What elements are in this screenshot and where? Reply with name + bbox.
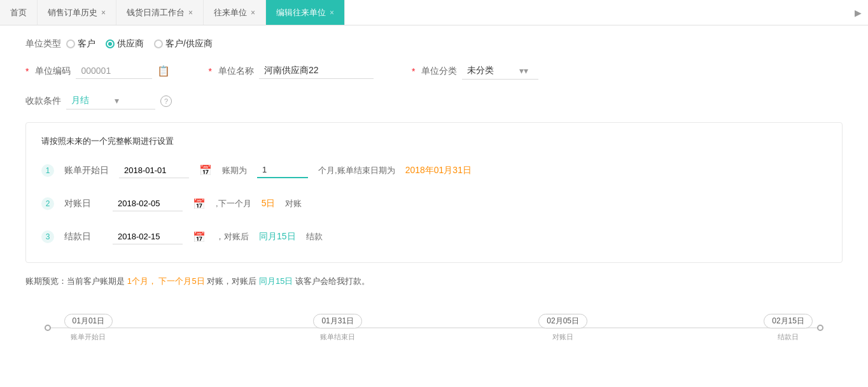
period-prefix: 账期为 [222,165,247,176]
timeline-node-3: 02月05日 对账日 [538,302,587,353]
unit-type-group: 单位类型 客户 供应商 客户/供应商 [25,38,213,50]
settings-section: 请按照未来的一个完整帐期进行设置 1 账单开始日 📅 账期为 个月,账单结束日期… [25,122,843,263]
chevron-down-icon: ▾ [115,95,119,106]
chevron-down-icon: ▾ [519,66,528,76]
row-item-2: 2 对账日 📅 ,下一个月5日 对账 [41,196,827,211]
row-item-1: 1 账单开始日 📅 账期为 个月,账单结束日期为 2018年01月31日 [41,162,827,178]
reconcile-date-input[interactable] [113,196,183,211]
section-title: 请按照未来的一个完整帐期进行设置 [41,136,827,147]
field-label-2: 对账日 [64,198,102,209]
payment-terms-group: 收款条件 月结 ▾ ? [25,92,172,109]
reconcile-day-highlight: 5日 [262,198,276,209]
unit-category-value: 未分类 [467,65,494,76]
timeline-node-box-3: 02月05日 [538,314,587,328]
tab-edit-partner[interactable]: 编辑往来单位 × [266,0,345,25]
payment-terms-row: 收款条件 月结 ▾ ? [25,92,843,109]
close-icon[interactable]: × [251,8,255,17]
preview-reconcile-suffix: 对账，对账后 [207,276,256,286]
radio-customer-supplier[interactable]: 客户/供应商 [154,38,213,50]
close-icon[interactable]: × [188,8,193,17]
timeline-node-1: 01月01日 账单开始日 [64,302,113,353]
row-num-1: 1 [41,164,54,177]
payment-terms-select[interactable]: 月结 ▾ [66,92,155,109]
close-icon[interactable]: × [330,8,334,17]
row-item-3: 3 结款日 📅 ，对账后同月15日 结款 [41,229,827,244]
help-icon[interactable]: ? [160,95,172,107]
timeline-label-1: 账单开始日 [71,332,106,342]
radio-circle-supplier [106,39,115,48]
tab-sales-history[interactable]: 销售订单历史 × [38,0,116,25]
calendar-icon-2[interactable]: 📅 [193,198,206,210]
radio-label-supplier: 供应商 [117,38,144,50]
preview-period: 1个月， [127,276,157,286]
required-star-name: * [208,66,211,76]
copy-icon[interactable]: 📋 [157,65,170,77]
unit-category-select[interactable]: 未分类 ▾ [462,62,538,80]
unit-name-group: * 单位名称 [208,63,373,79]
radio-supplier[interactable]: 供应商 [106,38,144,50]
reconcile-suffix: 对账 [285,198,302,209]
payment-terms-value: 月结 [71,95,89,106]
tab-bar: 首页 销售订单历史 × 钱货日清工作台 × 往来单位 × 编辑往来单位 × ▶ [0,0,868,25]
unit-type-label: 单位类型 [25,38,61,50]
preview-text: 账期预览：当前客户账期是 1个月， 下一个月5日 对账，对账后 同月15日 该客… [25,276,843,287]
timeline-label-2: 账单结束日 [320,332,355,342]
timeline-dot-right [817,325,823,331]
timeline-line [45,328,823,328]
required-star-category: * [412,66,415,76]
timeline-label-3: 对账日 [552,332,573,342]
period-input[interactable] [257,162,308,178]
radio-circle-customer [66,39,75,48]
radio-circle-customer-supplier [154,39,163,48]
radio-label-customer-supplier: 客户/供应商 [165,38,213,50]
row-num-3: 3 [41,230,54,243]
radio-group-unit-type: 客户 供应商 客户/供应商 [66,38,213,50]
calendar-icon-1[interactable]: 📅 [199,164,212,176]
unit-info-row: * 单位编码 📋 * 单位名称 * 单位分类 未分类 ▾ [25,62,843,80]
preview-label: 账期预览：当前客户账期是 [25,276,125,286]
preview-reconcile-day: 下一个月5日 [158,276,204,286]
row-num-2: 2 [41,197,54,210]
period-unit: 个月,账单结束日期为 [318,165,395,176]
timeline-dot-left [45,325,51,331]
unit-category-group: * 单位分类 未分类 ▾ [412,62,538,80]
timeline-node-box-1: 01月01日 [64,314,113,328]
tab-scroll-arrow[interactable]: ▶ [848,0,868,25]
tab-partners[interactable]: 往来单位 × [204,0,266,25]
timeline-label-4: 结款日 [778,332,799,342]
radio-label-customer: 客户 [78,38,95,50]
close-icon[interactable]: × [101,8,106,17]
timeline-node-4: 02月15日 结款日 [764,302,813,353]
payment-suffix: 结款 [306,231,323,243]
payment-date-input[interactable] [113,229,183,244]
payment-desc: ，对账后 [216,231,249,243]
unit-type-row: 单位类型 客户 供应商 客户/供应商 [25,38,843,50]
field-label-1: 账单开始日 [64,165,109,176]
field-label-3: 结款日 [64,231,102,243]
timeline-node-2: 01月31日 账单结束日 [313,302,362,353]
preview-payment-suffix: 该客户会给我打款。 [295,276,370,286]
unit-code-label: 单位编码 [35,66,71,77]
timeline-node-box-4: 02月15日 [764,314,813,328]
timeline-node-box-2: 01月31日 [313,314,362,328]
unit-code-input[interactable] [76,63,152,79]
tab-home[interactable]: 首页 [0,0,38,25]
unit-name-input[interactable] [259,63,374,79]
required-star-code: * [25,66,29,76]
preview-section: 账期预览：当前客户账期是 1个月， 下一个月5日 对账，对账后 同月15日 该客… [25,276,843,353]
start-date-input[interactable] [119,163,189,178]
calendar-icon-3[interactable]: 📅 [193,231,206,243]
reconcile-desc: ,下一个月 [216,198,251,209]
payment-terms-label: 收款条件 [25,95,61,107]
unit-code-group: * 单位编码 📋 [25,63,170,79]
radio-customer[interactable]: 客户 [66,38,95,50]
tab-cash-work[interactable]: 钱货日清工作台 × [116,0,204,25]
main-content: 单位类型 客户 供应商 客户/供应商 * 单位编码 [0,25,868,387]
timeline: 01月01日 账单开始日 01月31日 账单结束日 02月05日 对账日 02月… [32,302,836,353]
unit-category-label: 单位分类 [421,66,457,77]
preview-payment-day: 同月15日 [259,276,293,286]
payment-day-highlight: 同月15日 [259,231,296,243]
unit-name-label: 单位名称 [218,66,254,77]
end-date-highlight: 2018年01月31日 [405,165,472,176]
